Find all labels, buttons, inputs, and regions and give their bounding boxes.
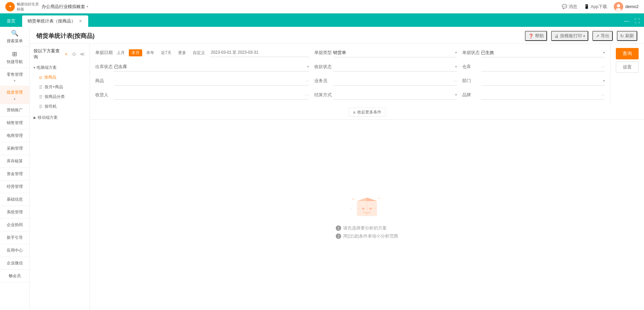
pay-status-arrow: ▾ <box>455 65 457 68</box>
warehouse-dots[interactable]: ··· <box>601 64 605 69</box>
scheme-item-by-category-icon: ☰ <box>39 95 43 99</box>
collapse-button[interactable]: ∧ 收起更多条件 <box>348 108 386 117</box>
sidebar-item-wholesale[interactable]: 批发管理 ▴ <box>0 86 29 104</box>
sidebar-item-inventory[interactable]: 库存核算 <box>0 155 29 168</box>
filter-salesperson-control[interactable]: ··· <box>333 76 457 86</box>
tab-close-report[interactable]: ✕ <box>78 18 83 24</box>
header-left: ✦ 畅捷信好生意 标版 办公用品行业模拟账套 ▾ <box>5 2 88 11</box>
filter-receiver-control[interactable]: ··· <box>114 90 309 100</box>
sidebar-item-basic[interactable]: 基础信息 <box>0 193 29 206</box>
workspace-selector[interactable]: 办公用品行业模拟账套 ▾ <box>42 4 88 10</box>
export-button[interactable]: ↗ 导出 <box>592 31 613 41</box>
scheme-edit-icon[interactable]: ⊙ <box>71 51 77 57</box>
sidebar-item-apps[interactable]: 应用中心 <box>0 244 29 257</box>
scheme-item-by-product-icon: ⊙ <box>39 75 42 80</box>
sidebar-item-marketing[interactable]: 营销推广 <box>0 104 29 117</box>
help-button[interactable]: ❓ 帮助 <box>525 31 547 41</box>
app-download-action[interactable]: 📱 App下载 <box>584 4 607 10</box>
svg-text:✦: ✦ <box>352 197 355 201</box>
sidebar-item-search[interactable]: 🔍 搜索菜单 <box>0 27 29 47</box>
date-tab-custom[interactable]: 自定义 <box>190 49 208 56</box>
filter-doc-status-group: 单据状态 已生效 ▾ <box>462 48 605 57</box>
sidebar-item-finance[interactable]: 资金管理 <box>0 168 29 180</box>
scheme-item-by-cashier[interactable]: ☰ 按司机 <box>30 102 90 111</box>
filter-row-3: 商品 ··· 业务员 <box>95 76 605 86</box>
filter-receiver-group: 收货人 ··· <box>95 90 309 100</box>
filter-salesperson-label: 业务员 <box>314 78 333 84</box>
out-status-arrow: ▾ <box>307 65 309 68</box>
date-tab-more[interactable]: 更多 <box>175 49 189 56</box>
filter-brand-label: 品牌 <box>462 92 481 98</box>
scheme-section-mobile-header[interactable]: ▶ 移动端方案 <box>30 113 90 122</box>
sidebar-item-cooperation[interactable]: 企业协同 <box>0 219 29 231</box>
tab-bar: 首页 销货单统计表（按商品） ✕ — ⛶ <box>0 13 644 27</box>
scheme-item-by-product[interactable]: ⊙ 按商品 <box>30 72 90 82</box>
scheme-item-by-month-product[interactable]: ☰ 按月+商品 <box>30 82 90 92</box>
scheme-add-icon[interactable]: + <box>63 51 69 57</box>
page-title: 销货单统计表(按商品) <box>36 32 95 40</box>
sidebar-item-vip[interactable]: 畅会员 <box>0 270 29 282</box>
filter-date-group: 单据日期 上月 本月 本年 近7天 更多 自定义 <box>95 48 309 57</box>
filter-receiver-label: 收货人 <box>95 92 114 98</box>
query-button[interactable]: 查询 <box>616 48 639 59</box>
logo-area: ✦ 畅捷信好生意 标版 <box>5 2 39 11</box>
user-avatar-action[interactable]: demo2 <box>614 2 639 11</box>
department-arrow: ▾ <box>603 79 605 83</box>
filter-content: 单据日期 上月 本月 本年 近7天 更多 自定义 <box>90 44 610 105</box>
svg-point-7 <box>370 208 372 210</box>
date-tab-last-month[interactable]: 上月 <box>114 49 127 56</box>
sidebar-item-quick-nav[interactable]: ⊞ 快捷导航 <box>0 47 29 68</box>
settings-button[interactable]: 设置 <box>616 61 639 73</box>
filter-brand-group: 品牌 ··· <box>462 90 605 100</box>
filter-warehouse-group: 仓库 ··· <box>462 62 605 71</box>
filter-pay-status-control[interactable]: ▾ <box>333 62 457 71</box>
refresh-button[interactable]: ↻ 刷新 <box>617 31 637 41</box>
sidebar-item-retail[interactable]: 零售管理 ▾ <box>0 68 29 86</box>
sidebar-item-system[interactable]: 系统管理 <box>0 206 29 219</box>
filter-doc-type-control[interactable]: 销货单 ▾ <box>333 48 457 57</box>
empty-state: ✦ ✦ ✦ 1 请先选择要分析的方案 2 用[过滤]条件来缩小分析范围 <box>336 191 398 239</box>
scheme-section-desktop-header[interactable]: ▾ 电脑端方案 <box>30 63 90 72</box>
tab-home[interactable]: 首页 <box>1 15 21 27</box>
minimize-action[interactable]: — <box>623 17 631 25</box>
filter-product-control[interactable]: ··· <box>114 76 309 86</box>
scheme-item-by-cashier-icon: ☰ <box>39 104 43 109</box>
empty-tip-1: 1 请先选择要分析的方案 <box>336 225 398 231</box>
scheme-item-by-category[interactable]: ☰ 按商品分类 <box>30 92 90 102</box>
filter-warehouse-control[interactable]: ··· <box>481 62 605 71</box>
doc-status-arrow: ▾ <box>603 51 605 54</box>
filter-out-status-control[interactable]: 已出库 ▾ <box>114 62 309 71</box>
quick-nav-icon: ⊞ <box>12 50 17 58</box>
date-tab-current-year[interactable]: 本年 <box>144 49 157 56</box>
brand-dots[interactable]: ··· <box>601 92 605 97</box>
filter-department-control[interactable]: ▾ <box>481 76 605 86</box>
sidebar-item-ecommerce[interactable]: 电商管理 <box>0 130 29 142</box>
print-button[interactable]: 🖨 按模板打印 ▾ <box>551 31 588 41</box>
sidebar-item-guide[interactable]: 新手引导 <box>0 231 29 244</box>
main-layout: 🔍 搜索菜单 ⊞ 快捷导航 零售管理 ▾ 批发管理 ▴ 营销推广 销售管理 电商… <box>0 27 644 310</box>
filter-settlement-control[interactable]: ▾ <box>333 90 457 100</box>
receiver-dots[interactable]: ··· <box>305 92 309 97</box>
doc-type-arrow: ▾ <box>455 51 457 54</box>
product-dots[interactable]: ··· <box>305 78 309 83</box>
page-header: 销货单统计表(按商品) ❓ 帮助 🖨 按模板打印 ▾ ↗ 导出 ↻ 刷新 <box>30 27 644 44</box>
message-action[interactable]: 💬 消息 <box>562 4 577 10</box>
sidebar-item-wechat[interactable]: 企业微信 <box>0 257 29 270</box>
scheme-collapse-icon[interactable]: ≪ <box>79 51 86 57</box>
tab-report[interactable]: 销货单统计表（按商品） ✕ <box>22 15 88 27</box>
sidebar-item-operations[interactable]: 经营管理 <box>0 180 29 193</box>
salesperson-dots[interactable]: ··· <box>453 78 457 83</box>
filter-salesperson-group: 业务员 ··· <box>314 76 457 86</box>
sidebar-item-purchase[interactable]: 采购管理 <box>0 142 29 155</box>
filter-brand-control[interactable]: ··· <box>481 90 605 100</box>
date-tab-current-month[interactable]: 本月 <box>129 49 142 56</box>
data-area: ✦ ✦ ✦ 1 请先选择要分析的方案 2 用[过滤]条件来缩小分析范围 <box>90 120 644 310</box>
maximize-action[interactable]: ⛶ <box>633 17 641 25</box>
date-tab-7days[interactable]: 近7天 <box>158 49 174 56</box>
svg-text:✦: ✦ <box>378 197 380 200</box>
filter-doc-type-label: 单据类型 <box>314 50 333 56</box>
filter-doc-status-control[interactable]: 已生效 ▾ <box>481 48 605 57</box>
date-range-value[interactable]: 2023-03-01 至 2023-03-31 <box>210 48 309 57</box>
filter-pay-status-label: 收款状态 <box>314 64 333 70</box>
sidebar-item-sales[interactable]: 销售管理 <box>0 117 29 130</box>
